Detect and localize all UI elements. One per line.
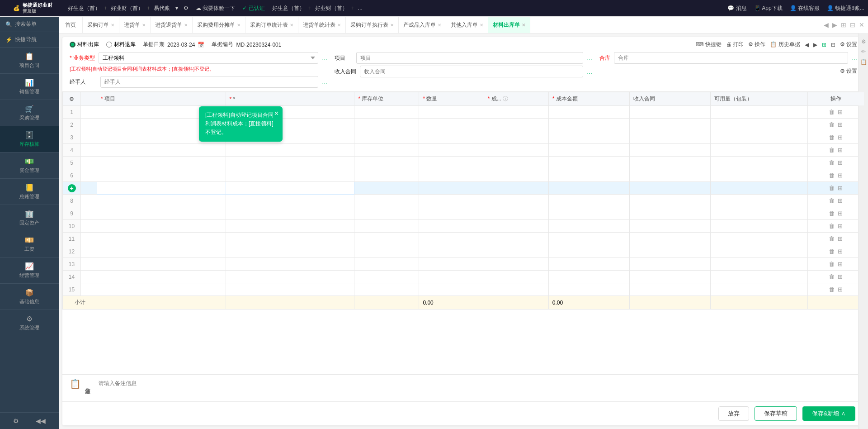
row-4-qty[interactable] [419,144,484,157]
sidebar-item-ledger[interactable]: 📒 总账管理 [0,179,59,205]
top-nav-yidaizhang[interactable]: 易代账 [150,5,174,12]
row-3-unit[interactable] [354,131,419,144]
row-1-cost-amt[interactable] [548,106,629,119]
settings-btn[interactable]: ⚙ 设置 [840,41,857,48]
date-picker-icon[interactable]: 📅 [198,42,204,48]
tab-close-inbound-return[interactable]: ✕ [184,23,188,28]
row-1-income[interactable] [629,106,710,119]
row-8-qty[interactable] [419,195,484,207]
add-row-btn[interactable]: + [68,184,76,192]
sidebar-collapse-btn[interactable]: ◀◀ [36,417,46,424]
row-10-copy-btn[interactable]: ⊞ [838,223,843,229]
row-5-copy-btn[interactable]: ⊞ [838,159,843,166]
top-nav-more[interactable]: ... [354,5,366,11]
operation-btn[interactable]: ⚙ 操作 [748,41,765,48]
row-5-income[interactable] [629,157,710,169]
row-6-income[interactable] [629,169,710,182]
top-nav-settings[interactable]: ⚙ [180,5,192,11]
row-8-income[interactable] [629,195,710,207]
row-6-available[interactable] [710,169,807,182]
row-4-item[interactable] [97,144,226,157]
row-12-delete-btn[interactable]: 🗑 [829,248,835,255]
income-contract-input[interactable] [360,66,583,77]
row-2-available[interactable] [710,119,807,131]
handler-input[interactable] [100,76,318,88]
form-settings-btn[interactable]: ⚙ 设置 [840,67,857,75]
row-7-qty[interactable] [419,182,484,195]
row-3-cost[interactable] [484,131,548,144]
row-7-unit[interactable] [354,182,419,195]
tab-close-purchase-stat[interactable]: ✕ [290,23,293,28]
row-6-cost[interactable] [484,169,548,182]
row-4-cost[interactable] [484,144,548,157]
tab-finished-inbound[interactable]: 产成品入库单 ✕ [399,17,446,33]
notes-input[interactable] [97,378,857,388]
sidebar-item-purchase[interactable]: 🛒 采购管理 [0,100,59,126]
tab-inbound[interactable]: 进货单 ✕ [119,17,151,33]
row-4-spec[interactable] [226,144,354,157]
tab-close-inbound-stat[interactable]: ✕ [337,23,341,28]
row-6-spec[interactable] [226,169,354,182]
row-5-delete-btn[interactable]: 🗑 [829,159,835,166]
row-7-available[interactable] [710,182,807,195]
sidebar-item-sales[interactable]: 📊 销售管理 [0,74,59,100]
row-6-cost-amt[interactable] [548,169,629,182]
warehouse-dots[interactable]: ... [852,54,857,62]
business-type-dots[interactable]: ... [322,54,327,62]
sidebar-settings-btn[interactable]: ⚙ [13,417,19,424]
row-5-item[interactable] [97,157,226,169]
row-1-unit[interactable] [354,106,419,119]
tab-collapse-right[interactable]: ▶ [832,21,837,29]
sidebar-search[interactable]: 🔍 搜索菜单 [0,17,59,32]
row-5-cost-amt[interactable] [548,157,629,169]
row-7-delete-btn[interactable]: 🗑 [829,185,835,191]
row-8-unit[interactable] [354,195,419,207]
row-8-available[interactable] [710,195,807,207]
right-panel-icon-3[interactable]: 📋 [860,58,867,65]
row-2-delete-btn[interactable]: 🗑 [829,121,835,128]
row-4-copy-btn[interactable]: ⊞ [838,147,843,153]
row-15-copy-btn[interactable]: ⊞ [838,286,843,293]
tab-close-purchase-expense[interactable]: ✕ [237,23,241,28]
tab-close-purchase-exec[interactable]: ✕ [390,23,394,28]
row-3-income[interactable] [629,131,710,144]
income-contract-dots[interactable]: ... [587,68,592,75]
row-11-delete-btn[interactable]: 🗑 [829,235,835,242]
row-7-copy-btn[interactable]: ⊞ [838,185,843,191]
sidebar-item-inventory[interactable]: 🗄️ 库存核算 [0,126,59,153]
row-7-income[interactable] [629,182,710,195]
row-8-cost-amt[interactable] [548,195,629,207]
project-dots[interactable]: ... [587,54,592,62]
tab-collapse-left[interactable]: ◀ [824,21,829,29]
row-2-copy-btn[interactable]: ⊞ [838,121,843,128]
discard-button[interactable]: 放弃 [718,406,749,421]
tab-inbound-stat[interactable]: 进货单统计表 ✕ [298,17,346,33]
sidebar-item-assets[interactable]: 🏢 固定资产 [0,205,59,231]
row-8-spec[interactable] [226,195,354,207]
sidebar-item-payroll[interactable]: 💴 工资 [0,231,59,257]
top-nav-dropdown[interactable]: ▾ [174,5,180,11]
tooltip-close-btn[interactable]: ✕ [274,109,279,119]
row-4-cost-amt[interactable] [548,144,629,157]
row-8-delete-btn[interactable]: 🗑 [829,197,835,204]
row-8-item[interactable] [97,195,226,207]
th-gear[interactable]: ⚙ [63,92,81,106]
row-14-copy-btn[interactable]: ⊞ [838,273,843,280]
row-4-available[interactable] [710,144,807,157]
save-new-button[interactable]: 保存&新增 ∧ [802,406,855,421]
tab-close-purchase[interactable]: ✕ [111,23,114,28]
row-6-unit[interactable] [354,169,419,182]
top-nav-haoyecai[interactable]: 好业财（首） [107,5,147,12]
grid-view-btn[interactable]: ⊞ [822,42,826,48]
row-2-cost-amt[interactable] [548,119,629,131]
tab-close-finished-inbound[interactable]: ✕ [438,23,441,28]
row-7-item-input[interactable] [97,182,226,195]
row-4-unit[interactable] [354,144,419,157]
row-3-qty[interactable] [419,131,484,144]
row-14-delete-btn[interactable]: 🗑 [829,273,835,280]
row-7-cost-amt[interactable] [548,182,629,195]
top-nav-haoshengyi2[interactable]: 好生意（首） [269,5,308,12]
row-5-available[interactable] [710,157,807,169]
tab-close-other-inbound[interactable]: ✕ [480,23,483,28]
tab-close-material-outbound[interactable]: ✕ [522,23,525,28]
